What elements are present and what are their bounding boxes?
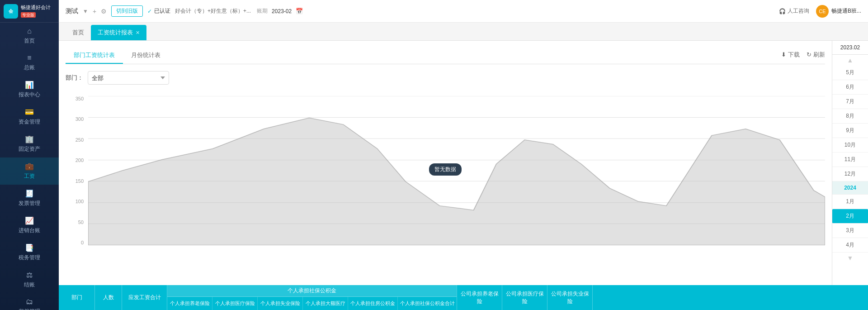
sub-tab-dept[interactable]: 部门工资统计表 [66, 48, 123, 64]
th-personal-total: 个人承担社保公积金合计 [398, 297, 457, 310]
th-personal-major-medical: 个人承担大额医疗 [303, 297, 348, 310]
help-button[interactable]: 🎧 人工咨询 [779, 7, 809, 15]
period-label: 账期 [257, 7, 268, 15]
th-personal-unemployment: 个人承担失业保险 [258, 297, 303, 310]
calendar-icon[interactable]: 📅 [296, 8, 303, 14]
verified-label: 已认证 [154, 7, 170, 15]
main-content: 测试 ▼ + ⚙ 切到旧版 ✓ 已认证 好会计（专）+好生意（标）+... 账期… [59, 0, 868, 310]
topbar-right: 🎧 人工咨询 CE 畅捷通B班... [779, 5, 861, 18]
th-dept: 部门 [59, 285, 95, 310]
dept-filter-label: 部门： [66, 74, 83, 82]
product-label: 好会计（专）+好生意（标）+... [175, 7, 251, 15]
sidebar-item-sales[interactable]: 📈 进销台账 [0, 212, 59, 239]
y-label-150: 150 [66, 178, 86, 184]
tab-close-icon[interactable]: ✕ [136, 30, 140, 36]
refresh-icon: ↻ [807, 51, 811, 58]
date-item-2024-1[interactable]: 1月 [832, 195, 868, 209]
sidebar-item-funds[interactable]: 💳 资金管理 [0, 103, 59, 130]
th-company-unemployment: 公司承担失业保险 [547, 285, 593, 310]
date-item-2024-3[interactable]: 3月 [832, 224, 868, 238]
date-item-2024-2[interactable]: 2月 [832, 209, 868, 224]
tab-salary-report[interactable]: 工资统计报表 ✕ [91, 25, 146, 40]
date-item-5[interactable]: 5月 [832, 66, 868, 80]
switch-old-version-button[interactable]: 切到旧版 [111, 5, 143, 17]
dept-filter-select[interactable]: 全部 销售部 财务部 人事部 技术部 [88, 71, 169, 85]
avatar: CE [816, 5, 829, 18]
current-date-label: 2023.02 [840, 44, 860, 51]
action-buttons: ⬇ 下载 ↻ 刷新 [781, 48, 825, 64]
date-item-9[interactable]: 9月 [832, 124, 868, 138]
refresh-button[interactable]: ↻ 刷新 [807, 51, 825, 59]
tab-home[interactable]: 首页 [66, 25, 91, 40]
sidebar-item-invoice[interactable]: 🧾 发票管理 [0, 185, 59, 212]
sub-tabs: 部门工资统计表 月份统计表 ⬇ 下载 ↻ 刷新 [66, 48, 825, 64]
date-year-2024: 2024 [832, 181, 868, 195]
sidebar-item-home[interactable]: ⌂ 首页 [0, 23, 59, 49]
sidebar-navigation: ⌂ 首页 ≡ 总账 📊 报表中心 💳 资金管理 🏢 固定资产 💼 工资 🧾 发票… [0, 23, 59, 310]
topbar: 测试 ▼ + ⚙ 切到旧版 ✓ 已认证 好会计（专）+好生意（标）+... 账期… [59, 0, 868, 23]
y-axis: 0 50 100 150 200 250 300 350 [66, 96, 86, 245]
y-label-350: 350 [66, 96, 86, 101]
home-icon: ⌂ [27, 27, 32, 35]
table-header: 部门 人数 应发工资合计 个人承担社保公积金 个人承担养老保险 个人承担医疗保险… [59, 285, 868, 310]
user-info[interactable]: CE 畅捷通B班... [816, 5, 861, 18]
reports-icon: 📊 [25, 81, 34, 89]
th-total-salary: 应发工资合计 [122, 285, 167, 310]
sidebar-item-assets[interactable]: 🏢 固定资产 [0, 130, 59, 157]
sidebar-item-reports[interactable]: 📊 报表中心 [0, 76, 59, 103]
sidebar-item-salary[interactable]: 💼 工资 [0, 157, 59, 185]
y-label-300: 300 [66, 116, 86, 122]
date-item-7[interactable]: 7月 [832, 95, 868, 109]
ledger-icon: ≡ [27, 54, 31, 62]
logo-badge: 专业版 [21, 12, 36, 18]
page-content: 部门工资统计表 月份统计表 ⬇ 下载 ↻ 刷新 [59, 41, 832, 285]
right-date-panel: 2023.02 ▲ 5月 6月 7月 8月 9月 10月 11月 12月 202… [832, 41, 868, 285]
download-button[interactable]: ⬇ 下载 [781, 51, 800, 59]
verified-icon: ✓ [147, 8, 152, 14]
date-nav-down[interactable]: ▼ [832, 253, 868, 263]
sub-tab-monthly[interactable]: 月份统计表 [123, 48, 169, 64]
chart-container: 0 50 100 150 200 250 300 350 [66, 91, 825, 259]
filter-row: 部门： 全部 销售部 财务部 人事部 技术部 [66, 71, 825, 85]
sales-icon: 📈 [25, 216, 34, 225]
assets-icon: 🏢 [25, 135, 34, 143]
th-company-medical: 公司承担医疗保险 [502, 285, 547, 310]
sidebar-item-ledger[interactable]: ≡ 总账 [0, 49, 59, 76]
headset-icon: 🎧 [779, 8, 786, 14]
th-group-personal: 个人承担社保公积金 个人承担养老保险 个人承担医疗保险 个人承担失业保险 个人承… [167, 285, 457, 310]
th-personal-pension: 个人承担养老保险 [167, 297, 212, 310]
sidebar-item-settle[interactable]: ⚖ 结账 [0, 266, 59, 293]
user-name-label: 畅捷通B班... [831, 7, 861, 15]
date-item-10[interactable]: 10月 [832, 138, 868, 153]
period-value: 2023-02 [272, 8, 292, 14]
date-item-11[interactable]: 11月 [832, 153, 868, 167]
y-label-50: 50 [66, 219, 86, 225]
date-item-8[interactable]: 8月 [832, 109, 868, 124]
logo-icon: 会 [4, 4, 18, 19]
settings-button[interactable]: ⚙ [101, 8, 107, 15]
company-name: 测试 [66, 7, 78, 15]
invoice-icon: 🧾 [25, 189, 34, 198]
th-group-cells: 个人承担养老保险 个人承担医疗保险 个人承担失业保险 个人承担大额医疗 个人承担… [167, 297, 457, 310]
content-area: 部门工资统计表 月份统计表 ⬇ 下载 ↻ 刷新 [59, 41, 868, 285]
archive-icon: 🗂 [26, 298, 33, 306]
date-item-12[interactable]: 12月 [832, 167, 868, 181]
chart-tooltip: 暂无数据 [429, 163, 462, 176]
funds-icon: 💳 [25, 108, 34, 116]
download-icon: ⬇ [781, 51, 786, 58]
salary-icon: 💼 [25, 162, 34, 171]
th-personal-medical: 个人承担医疗保险 [212, 297, 258, 310]
date-item-6[interactable]: 6月 [832, 80, 868, 95]
date-header: 2023.02 [832, 41, 868, 55]
sidebar-item-tax[interactable]: 📑 税务管理 [0, 239, 59, 266]
th-personal-housing: 个人承担住房公积金 [348, 297, 398, 310]
date-nav-up[interactable]: ▲ [832, 55, 868, 66]
sidebar-logo: 会 畅捷通好会计 专业版 [0, 0, 59, 23]
sidebar-item-archive[interactable]: 🗂 归档管理 [0, 293, 59, 310]
date-item-2024-4[interactable]: 4月 [832, 238, 868, 253]
add-button[interactable]: + [93, 8, 96, 15]
tabbar: 首页 工资统计报表 ✕ [59, 23, 868, 41]
th-company-pension: 公司承担养老保险 [457, 285, 502, 310]
company-dropdown-arrow[interactable]: ▼ [83, 8, 88, 14]
chart-area [88, 118, 825, 245]
